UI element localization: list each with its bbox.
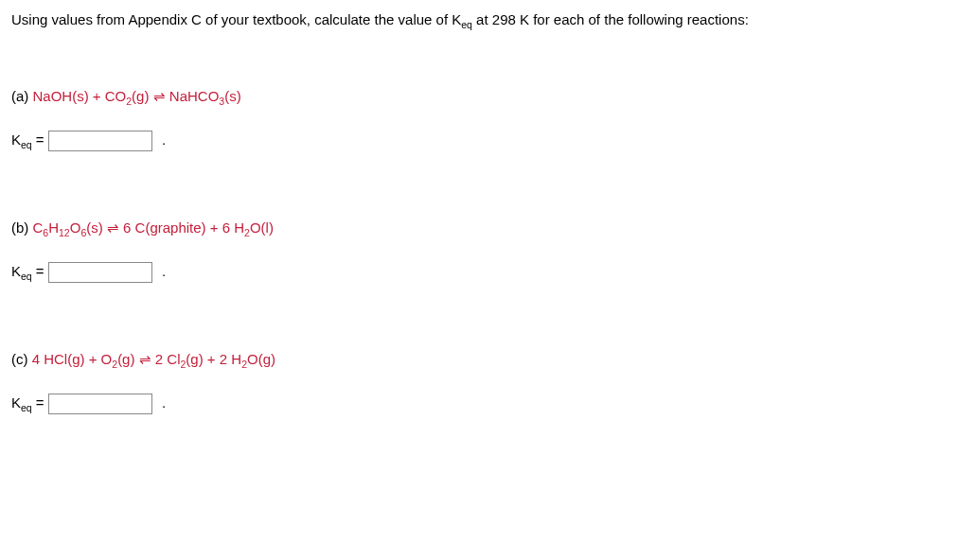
equilibrium-arrows-icon: ⇌ (153, 88, 166, 104)
equation-a: (a) NaOH(s) + CO2(g) ⇌ NaHCO3(s) (11, 86, 947, 106)
part-a-label: (a) (11, 88, 33, 104)
part-a-rhs: NaHCO3(s) (169, 88, 241, 104)
keq-input-b[interactable] (48, 262, 152, 283)
equilibrium-arrows-icon: ⇌ (107, 219, 119, 236)
keq-row-c: Keq = . (11, 393, 947, 414)
period: . (162, 394, 166, 411)
part-b-label: (b) (11, 219, 33, 236)
keq-row-a: Keq = . (11, 130, 947, 151)
part-b: (b) C6H12O6(s) ⇌ 6 C(graphite) + 6 H2O(l… (11, 218, 947, 283)
instructions: Using values from Appendix C of your tex… (11, 9, 947, 29)
equation-b: (b) C6H12O6(s) ⇌ 6 C(graphite) + 6 H2O(l… (11, 218, 947, 237)
keq-input-a[interactable] (48, 131, 152, 151)
part-b-rhs: 6 C(graphite) + 6 H2O(l) (123, 219, 274, 236)
part-c-lhs: 4 HCl(g) + O2(g) (32, 351, 135, 367)
keq-label: Keq = (11, 394, 48, 411)
equation-c: (c) 4 HCl(g) + O2(g) ⇌ 2 Cl2(g) + 2 H2O(… (11, 349, 947, 369)
part-a-lhs: NaOH(s) + CO2(g) (33, 88, 150, 104)
part-a: (a) NaOH(s) + CO2(g) ⇌ NaHCO3(s) Keq = . (11, 86, 947, 151)
part-c: (c) 4 HCl(g) + O2(g) ⇌ 2 Cl2(g) + 2 H2O(… (11, 349, 947, 414)
keq-label: Keq = (11, 131, 48, 148)
keq-input-c[interactable] (48, 394, 152, 414)
part-c-label: (c) (11, 351, 32, 367)
period: . (162, 131, 166, 148)
keq-label: Keq = (11, 263, 48, 279)
instructions-sub: eq (461, 19, 472, 30)
equilibrium-arrows-icon: ⇌ (139, 351, 151, 367)
period: . (162, 263, 166, 279)
instructions-pre: Using values from Appendix C of your tex… (11, 11, 461, 27)
part-b-lhs: C6H12O6(s) (33, 219, 103, 236)
instructions-post: at 298 K for each of the following react… (472, 11, 749, 27)
part-c-rhs: 2 Cl2(g) + 2 H2O(g) (155, 351, 275, 367)
keq-row-b: Keq = . (11, 261, 947, 283)
